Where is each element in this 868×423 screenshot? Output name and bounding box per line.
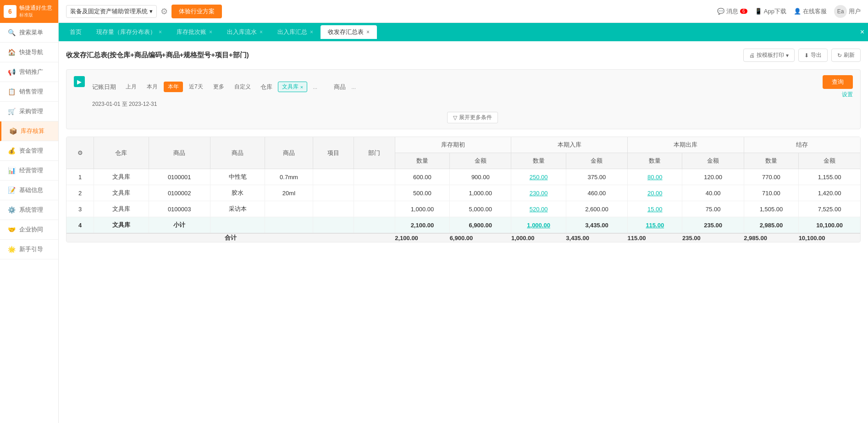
out-qty-link[interactable]: 80.00	[647, 174, 663, 181]
sidebar-item-label: 库存核算	[21, 127, 44, 135]
online-service-action[interactable]: 👤 在线客服	[794, 7, 827, 16]
warehouse-tag-close[interactable]: ×	[300, 84, 303, 90]
header-left: 装备及固定资产辅助管理系统 ▾ ⚙ 体验行业方案	[66, 5, 222, 18]
expand-conditions-btn[interactable]: ▽ 展开更多条件	[447, 112, 498, 123]
cell-closing-amt: 1,155.00	[799, 169, 860, 185]
tab-batch-account[interactable]: 库存批次账 ×	[169, 25, 220, 39]
date-btn-7days[interactable]: 近7天	[185, 82, 207, 92]
tab-bar: 首页 现存量（库存分布表） × 库存批次账 × 出入库流水 × 出入库汇总 × …	[59, 23, 868, 41]
print-dropdown-icon: ▾	[786, 52, 789, 59]
subtotal-out-qty-link[interactable]: 115.00	[646, 222, 664, 229]
tab-in-out-summary[interactable]: 出入库汇总 ×	[270, 25, 321, 39]
print-button[interactable]: 🖨 按模板打印 ▾	[743, 49, 795, 62]
query-button[interactable]: 查询	[823, 75, 853, 89]
warehouse-more[interactable]: ...	[313, 84, 317, 90]
th-settings[interactable]: ⚙	[66, 137, 94, 169]
date-btn-this-year[interactable]: 本年	[164, 82, 183, 92]
tab-in-out-flow-label: 出入库流水	[227, 28, 257, 36]
sidebar-item-operations[interactable]: 📊 经营管理	[0, 161, 58, 181]
sidebar-item-label: 资金管理	[19, 147, 43, 155]
filter-bar: ▶ 记账日期 上月 本月 本年 近7天 更多 自定义	[66, 69, 861, 129]
cell-project	[313, 169, 354, 185]
in-qty-link[interactable]: 250.00	[530, 174, 548, 181]
cell-subtotal-out-qty[interactable]: 115.00	[628, 217, 682, 234]
th-in-amt: 金额	[566, 153, 627, 169]
dropdown-arrow-icon: ▾	[149, 8, 153, 15]
sidebar-item-purchase[interactable]: 🛒 采购管理	[0, 102, 58, 121]
th-warehouse: 仓库	[94, 137, 149, 169]
tab-close-icon[interactable]: ×	[310, 29, 313, 35]
date-range-display: 2023-01-01 至 2023-12-31	[92, 100, 853, 108]
page-container: 收发存汇总表(按仓库+商品编码+商品+规格型号+项目+部门) 🖨 按模板打印 ▾…	[59, 41, 868, 250]
tab-close-icon[interactable]: ×	[159, 29, 162, 35]
settings-link[interactable]: 设置	[842, 91, 853, 99]
system-selector[interactable]: 装备及固定资产辅助管理系统 ▾	[66, 5, 157, 18]
sidebar-item-label: 采购管理	[19, 107, 43, 115]
user-action[interactable]: Ea 用户	[834, 5, 861, 18]
sidebar-item-guide[interactable]: 🌟 新手引导	[0, 240, 58, 259]
cell-out-qty[interactable]: 20.00	[628, 185, 682, 201]
tab-collect-summary[interactable]: 收发存汇总表 ×	[321, 25, 377, 39]
cell-subtotal-closing-qty: 2,985.00	[744, 217, 798, 234]
date-btn-custom[interactable]: 自定义	[230, 82, 255, 92]
cell-goods: 采访本	[210, 201, 265, 217]
tab-home[interactable]: 首页	[62, 25, 89, 39]
tab-inventory-dist[interactable]: 现存量（库存分布表） ×	[89, 25, 169, 39]
cell-goods: 胶水	[210, 185, 265, 201]
date-btn-this-month[interactable]: 本月	[143, 82, 162, 92]
export-button[interactable]: ⬇ 导出	[798, 49, 828, 62]
top-header: 装备及固定资产辅助管理系统 ▾ ⚙ 体验行业方案 💬 消息 6 📱 App下载 …	[59, 0, 868, 23]
cell-in-amt: 2,600.00	[566, 201, 627, 217]
sidebar-item-system[interactable]: ⚙️ 系统管理	[0, 200, 58, 220]
sidebar-item-sales[interactable]: 📋 销售管理	[0, 82, 58, 102]
sidebar-item-enterprise[interactable]: 🤝 企业协同	[0, 220, 58, 240]
sidebar-item-basic-info[interactable]: 📝 基础信息	[0, 181, 58, 200]
in-qty-link[interactable]: 520.00	[530, 206, 548, 213]
sidebar-item-finance[interactable]: 💰 资金管理	[0, 141, 58, 161]
table-footer: 合计 2,100.00 6,900.00 1,000.00 3,435.00 1…	[66, 233, 860, 242]
tab-in-out-flow[interactable]: 出入库流水 ×	[220, 25, 270, 39]
table-header-group-row: ⚙ 仓库 商品 商品 商品 项目 部门 库存期初 本期入库 本期出库 结存	[66, 137, 860, 153]
tab-close-icon[interactable]: ×	[366, 29, 370, 35]
date-buttons: 上月 本月 本年 近7天 更多 自定义	[122, 82, 255, 92]
sidebar-item-label: 基础信息	[19, 186, 43, 194]
trial-button[interactable]: 体验行业方案	[171, 5, 222, 18]
settings-gear-icon[interactable]: ⚙	[160, 6, 168, 16]
sidebar-item-marketing[interactable]: 📢 营销推广	[0, 62, 58, 82]
message-action[interactable]: 💬 消息 6	[717, 7, 747, 16]
sidebar-item-quick-nav[interactable]: 🏠 快捷导航	[0, 43, 58, 62]
cell-num: 3	[66, 201, 94, 217]
subtotal-in-qty-link[interactable]: 1,000.00	[527, 222, 550, 229]
cell-in-qty[interactable]: 520.00	[511, 201, 566, 217]
th-code: 商品	[149, 137, 210, 169]
cell-out-qty[interactable]: 15.00	[628, 201, 682, 217]
app-download-action[interactable]: 📱 App下载	[755, 7, 786, 16]
out-qty-link[interactable]: 15.00	[647, 206, 663, 213]
cell-spec	[265, 201, 313, 217]
cell-closing-qty: 1,505.00	[744, 201, 798, 217]
table-row: 3 文具库 0100003 采访本 1,000.00 5,000.00 520.…	[66, 201, 860, 217]
refresh-button[interactable]: ↻ 刷新	[831, 49, 861, 62]
data-table-container: ⚙ 仓库 商品 商品 商品 项目 部门 库存期初 本期入库 本期出库 结存	[66, 137, 861, 242]
th-closing-group: 结存	[744, 137, 860, 153]
cell-in-qty[interactable]: 250.00	[511, 169, 566, 185]
tab-close-icon[interactable]: ×	[209, 29, 212, 35]
cell-in-qty[interactable]: 230.00	[511, 185, 566, 201]
cell-out-qty[interactable]: 80.00	[628, 169, 682, 185]
cell-subtotal-empty1	[210, 217, 265, 234]
out-qty-link[interactable]: 20.00	[647, 190, 663, 197]
tab-bar-close-all[interactable]: ×	[860, 28, 864, 36]
goods-more[interactable]: ...	[351, 84, 356, 90]
sidebar-item-search[interactable]: 🔍 搜索菜单	[0, 23, 58, 43]
in-qty-link[interactable]: 230.00	[530, 190, 548, 197]
sidebar-item-label: 企业协同	[19, 225, 43, 234]
date-btn-last-month[interactable]: 上月	[122, 82, 141, 92]
sidebar-item-inventory[interactable]: 📦 库存核算	[0, 121, 58, 141]
cell-subtotal-in-qty[interactable]: 1,000.00	[511, 217, 566, 234]
date-btn-more[interactable]: 更多	[209, 82, 228, 92]
tab-close-icon[interactable]: ×	[260, 29, 263, 35]
table-body: 1 文具库 0100001 中性笔 0.7mm 600.00 900.00 25…	[66, 169, 860, 234]
page-title: 收发存汇总表(按仓库+商品编码+商品+规格型号+项目+部门)	[66, 51, 249, 60]
cell-opening-amt: 900.00	[450, 169, 511, 185]
filter-toggle-btn[interactable]: ▶	[74, 76, 85, 87]
